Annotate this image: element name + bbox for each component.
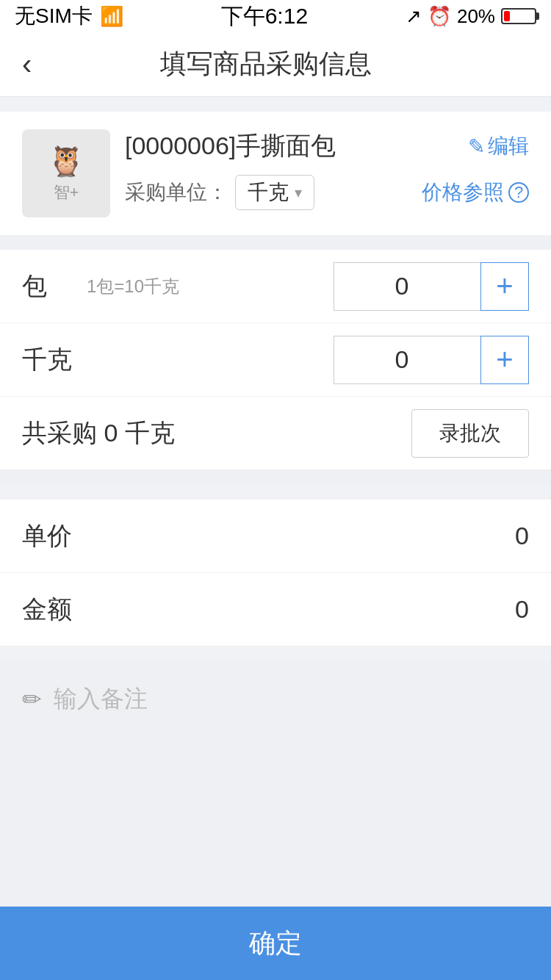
summary-text: 共采购 0 千克 [22, 417, 411, 450]
amount-row: 金额 0 [0, 573, 551, 646]
amount-label: 金额 [22, 593, 515, 627]
pack-plus-icon: + [496, 270, 513, 303]
quantity-input-section: 包 1包=10千克 + 千克 + 共采购 0 千克 录批次 [0, 250, 551, 470]
unit-select[interactable]: 千克 ▾ [235, 175, 314, 210]
battery-percent: 20% [457, 5, 495, 28]
notes-placeholder: 输入备注 [54, 683, 148, 716]
status-bar: 无SIM卡 📶 下午6:12 ↗ ⏰ 20% [0, 0, 551, 32]
edit-icon: ✎ [468, 134, 485, 159]
kg-label: 千克 [22, 343, 81, 377]
product-image: 🦉 智+ [22, 129, 110, 217]
kg-input-row: 千克 + [0, 323, 551, 397]
kg-plus-button[interactable]: + [480, 336, 529, 384]
amount-value: 0 [515, 595, 529, 624]
summary-row: 共采购 0 千克 录批次 [0, 397, 551, 470]
page-title: 填写商品采购信息 [46, 46, 485, 82]
unit-dropdown-arrow: ▾ [295, 184, 302, 201]
battery-icon [501, 8, 536, 24]
nav-bar: ‹ 填写商品采购信息 [0, 32, 551, 97]
price-ref-label: 价格参照 [422, 179, 504, 206]
pack-label: 包 [22, 270, 81, 303]
unit-row: 采购单位： 千克 ▾ 价格参照 ? [125, 175, 529, 210]
location-icon: ↗ [406, 5, 422, 28]
pencil-icon: ✏ [22, 685, 42, 713]
notes-section[interactable]: ✏ 输入备注 [0, 661, 551, 738]
status-time: 下午6:12 [221, 1, 308, 32]
record-batch-label: 录批次 [439, 419, 501, 447]
unit-price-row: 单价 0 [0, 500, 551, 573]
edit-button[interactable]: ✎ 编辑 [468, 132, 529, 160]
confirm-button-label: 确定 [249, 926, 302, 962]
status-right: ↗ ⏰ 20% [406, 5, 536, 28]
record-batch-button[interactable]: 录批次 [411, 409, 529, 458]
product-card: 🦉 智+ [0000006]手撕面包 ✎ 编辑 采购单位： 千克 ▾ 价格参照 [0, 112, 551, 235]
pack-sublabel: 1包=10千克 [87, 275, 334, 298]
product-code: [0000006] [125, 131, 236, 159]
help-icon: ? [508, 182, 529, 203]
product-info: [0000006]手撕面包 ✎ 编辑 采购单位： 千克 ▾ 价格参照 ? [125, 129, 529, 210]
section-divider-1 [0, 235, 551, 250]
pack-plus-button[interactable]: + [480, 262, 529, 311]
product-name: [0000006]手撕面包 [125, 129, 336, 163]
carrier-text: 无SIM卡 [15, 2, 93, 30]
product-name-row: [0000006]手撕面包 ✎ 编辑 [125, 129, 529, 163]
product-image-label: 智+ [54, 181, 79, 203]
kg-quantity-input[interactable] [334, 336, 480, 384]
back-button[interactable]: ‹ [22, 48, 32, 81]
alarm-icon: ⏰ [428, 5, 451, 28]
product-title: 手撕面包 [236, 131, 336, 159]
wifi-icon: 📶 [100, 5, 123, 28]
kg-input-right: + [334, 336, 529, 384]
unit-value: 千克 [248, 179, 289, 206]
confirm-button[interactable]: 确定 [0, 907, 551, 980]
unit-label: 采购单位： [125, 179, 228, 206]
unit-price-value: 0 [515, 522, 529, 550]
status-left: 无SIM卡 📶 [15, 2, 123, 30]
pricing-info-section: 单价 0 金额 0 [0, 500, 551, 646]
pack-input-row: 包 1包=10千克 + [0, 250, 551, 323]
kg-plus-icon: + [496, 343, 513, 376]
edit-label: 编辑 [488, 132, 529, 160]
battery-fill [504, 11, 510, 21]
unit-price-label: 单价 [22, 519, 515, 553]
price-ref-button[interactable]: 价格参照 ? [422, 179, 529, 206]
pack-input-right: + [334, 262, 529, 311]
pack-quantity-input[interactable] [334, 262, 480, 311]
section-divider-2 [0, 470, 551, 485]
product-image-owl: 🦉 [48, 144, 84, 179]
